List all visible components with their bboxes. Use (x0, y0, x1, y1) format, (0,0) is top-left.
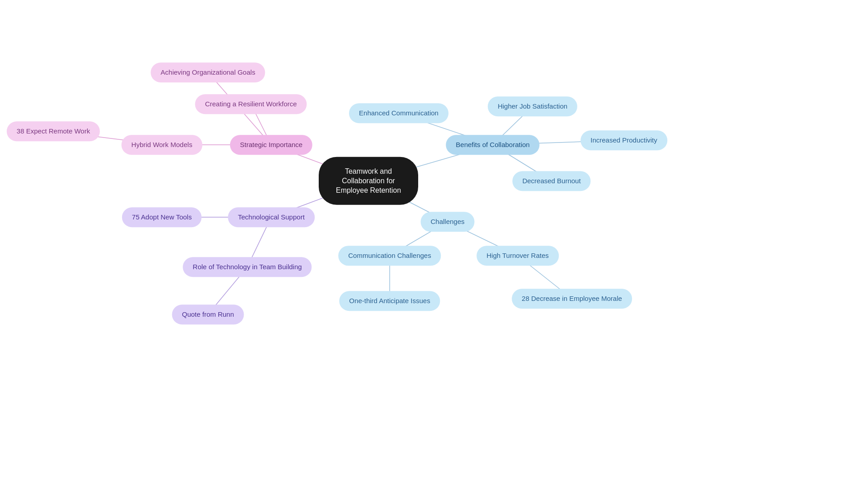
node-achievingGoals[interactable]: Achieving Organizational Goals (151, 62, 265, 82)
node-quoteRunn[interactable]: Quote from Runn (172, 304, 244, 324)
node-remoteWork[interactable]: 38 Expect Remote Work (7, 121, 100, 141)
node-roleTechnology[interactable]: Role of Technology in Team Building (183, 257, 311, 277)
node-strategicImportance[interactable]: Strategic Importance (230, 135, 312, 155)
node-higherJobSatisfaction[interactable]: Higher Job Satisfaction (488, 96, 577, 116)
node-communicationChallenges[interactable]: Communication Challenges (338, 246, 441, 266)
node-resilientWorkforce[interactable]: Creating a Resilient Workforce (195, 94, 307, 114)
node-enhancedCommunication[interactable]: Enhanced Communication (349, 103, 448, 123)
node-highTurnoverRates[interactable]: High Turnover Rates (476, 246, 559, 266)
node-oneThirdAnticipate[interactable]: One-third Anticipate Issues (339, 291, 440, 311)
mindmap-container: Teamwork and Collaboration for Employee … (0, 0, 868, 490)
node-increasedProductivity[interactable]: Increased Productivity (580, 130, 667, 150)
node-benefitsCollaboration[interactable]: Benefits of Collaboration (446, 135, 539, 155)
connections-svg (0, 0, 868, 490)
node-challenges[interactable]: Challenges (420, 212, 474, 232)
node-hybridWorkModels[interactable]: Hybrid Work Models (122, 135, 203, 155)
node-technologicalSupport[interactable]: Technological Support (228, 207, 315, 227)
node-decreaseEmployeeMorale[interactable]: 28 Decrease in Employee Morale (512, 289, 632, 309)
node-center[interactable]: Teamwork and Collaboration for Employee … (319, 157, 418, 205)
node-adoptNewTools[interactable]: 75 Adopt New Tools (122, 207, 202, 227)
node-decreasedBurnout[interactable]: Decreased Burnout (512, 171, 590, 191)
